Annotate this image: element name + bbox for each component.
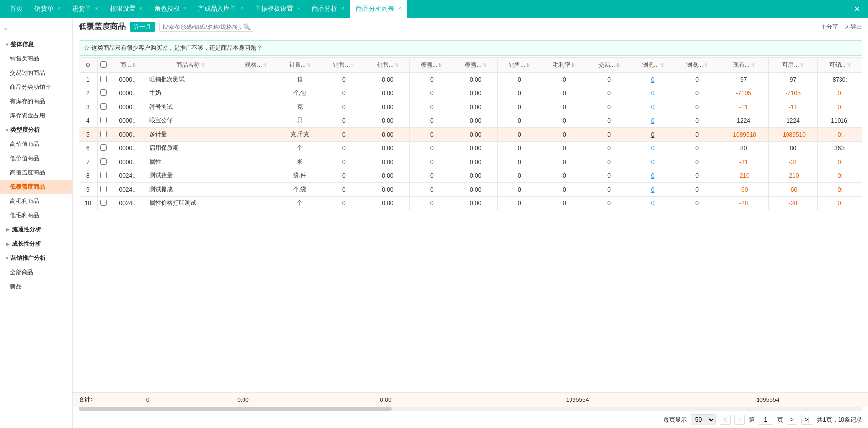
search-input[interactable] (163, 24, 241, 30)
row-view1[interactable]: 0 (631, 73, 675, 86)
per-page-select[interactable]: 50 100 200 (691, 414, 716, 425)
sidebar-item-inventory-capital[interactable]: 库存资金占用 (0, 109, 72, 123)
data-table-container[interactable]: ⚙ 商...⇅ 商品名称⇅ 规格...⇅ 计量...⇅ 销售...⇅ 销售...… (73, 57, 868, 392)
row-checkbox-cell[interactable] (97, 169, 109, 183)
row-view1[interactable]: 0 (631, 86, 675, 100)
sidebar-group-overall[interactable]: ▾ 整体信息 (0, 37, 72, 52)
close-goods-analysis-list-tab-icon[interactable]: × (398, 0, 401, 18)
col-unit[interactable]: 计量...⇅ (278, 58, 322, 73)
sidebar-item-category-rate[interactable]: 商品分类动销率 (0, 80, 72, 94)
export-button[interactable]: ↗ 导出 (844, 23, 862, 31)
close-template-tab-icon[interactable]: × (297, 0, 300, 18)
row-checkbox[interactable] (100, 89, 107, 96)
row-checkbox[interactable] (100, 144, 107, 151)
row-checkbox[interactable] (100, 158, 107, 165)
sidebar-collapse-btn[interactable]: « (4, 25, 7, 32)
period-button[interactable]: 近一月 (130, 22, 155, 32)
last-page-button[interactable]: >| (801, 415, 813, 425)
nav-tab-goods-analysis[interactable]: 商品分析 × (306, 0, 350, 18)
sidebar-item-low-value[interactable]: 低价值商品 (0, 151, 72, 166)
row-checkbox-cell[interactable] (97, 73, 109, 86)
col-saleable[interactable]: 可销...⇅ (818, 58, 862, 73)
sidebar-group-flow[interactable]: ▶ 流通性分析 (0, 223, 72, 237)
col-current-stock[interactable]: 现有...⇅ (719, 58, 768, 73)
row-num: 7 (79, 155, 98, 169)
sidebar-item-sales-goods[interactable]: 销售类商品 (0, 52, 72, 66)
col-trade[interactable]: 交易...⇅ (587, 58, 631, 73)
sidebar-item-high-value[interactable]: 高价值商品 (0, 137, 72, 151)
row-checkbox-cell[interactable] (97, 142, 109, 155)
nav-tab-permission[interactable]: 权限设置 × (104, 0, 148, 18)
close-role-tab-icon[interactable]: × (184, 0, 187, 18)
sidebar-group-type[interactable]: ▾ 类型度分析 (0, 123, 72, 137)
row-checkbox-cell[interactable] (97, 183, 109, 197)
row-checkbox-cell[interactable] (97, 128, 109, 142)
col-gross-margin[interactable]: 毛利率⇅ (542, 58, 587, 73)
first-page-button[interactable]: K (720, 415, 731, 425)
row-checkbox-cell[interactable] (97, 197, 109, 210)
row-checkbox[interactable] (100, 103, 107, 110)
row-checkbox-cell[interactable] (97, 155, 109, 169)
row-view1[interactable]: 0 (631, 197, 675, 210)
close-permission-tab-icon[interactable]: × (139, 0, 142, 18)
sidebar-item-traded-goods[interactable]: 交易过的商品 (0, 66, 72, 80)
nav-tab-role[interactable]: 角色授权 × (148, 0, 192, 18)
nav-tab-template[interactable]: 单据模板设置 × (249, 0, 306, 18)
sidebar-group-growth[interactable]: ▶ 成长性分析 (0, 237, 72, 251)
sidebar-item-low-coverage[interactable]: 低覆盖度商品 (0, 180, 72, 194)
row-view1[interactable]: 0 (631, 142, 675, 155)
page-number-input[interactable] (759, 415, 773, 425)
settings-icon[interactable]: ⚙ (85, 62, 91, 69)
col-sales3[interactable]: 销售...⇅ (498, 58, 542, 73)
row-view1[interactable]: 0 (631, 169, 675, 183)
row-checkbox[interactable] (100, 117, 107, 123)
nav-tab-production[interactable]: 产成品入库单 × (192, 0, 249, 18)
row-view1[interactable]: 0 (631, 155, 675, 169)
select-all-checkbox[interactable] (100, 61, 107, 68)
col-coverage1[interactable]: 覆盖...⇅ (410, 58, 454, 73)
nav-tab-home[interactable]: 首页 (4, 0, 28, 18)
col-sales-amt[interactable]: 销售...⇅ (366, 58, 409, 73)
row-checkbox[interactable] (100, 131, 107, 137)
row-checkbox-cell[interactable] (97, 86, 109, 100)
sidebar-item-high-margin[interactable]: 高毛利商品 (0, 194, 72, 208)
close-production-tab-icon[interactable]: × (240, 0, 243, 18)
row-checkbox-cell[interactable] (97, 114, 109, 128)
close-all-tabs-button[interactable]: ✕ (850, 4, 864, 14)
col-settings[interactable]: ⚙ (79, 58, 98, 73)
sidebar-group-marketing[interactable]: ▾ 营销推广分析 (0, 251, 72, 265)
col-spec[interactable]: 规格...⇅ (234, 58, 278, 73)
row-checkbox[interactable] (100, 200, 107, 206)
row-checkbox-cell[interactable] (97, 100, 109, 114)
close-purchase-tab-icon[interactable]: × (95, 0, 98, 18)
col-name[interactable]: 商品名称⇅ (147, 58, 234, 73)
sidebar-item-stocked-goods[interactable]: 有库存的商品 (0, 94, 72, 109)
nav-tab-purchase[interactable]: 进货单 × (66, 0, 104, 18)
prev-page-button[interactable]: < (734, 415, 745, 425)
horizontal-scrollbar[interactable] (79, 407, 862, 411)
share-button[interactable]: ⤴ 分享 (822, 23, 838, 31)
next-page-button[interactable]: > (787, 415, 797, 425)
sidebar-item-high-coverage[interactable]: 高覆盖度商品 (0, 166, 72, 180)
sidebar-item-new-goods[interactable]: 新品 (0, 280, 72, 294)
close-sales-tab-icon[interactable]: × (57, 0, 60, 18)
col-sales-qty[interactable]: 销售...⇅ (322, 58, 366, 73)
col-code[interactable]: 商...⇅ (109, 58, 147, 73)
row-checkbox[interactable] (100, 172, 107, 178)
col-available-stock[interactable]: 可用...⇅ (768, 58, 818, 73)
nav-tab-goods-analysis-list[interactable]: 商品分析列表 × (350, 0, 407, 18)
search-icon[interactable]: 🔍 (243, 23, 251, 30)
col-coverage2[interactable]: 覆盖...⇅ (454, 58, 497, 73)
col-view1[interactable]: 浏览...⇅ (631, 58, 675, 73)
nav-tab-sales[interactable]: 销货单 × (28, 0, 66, 18)
col-view2[interactable]: 浏览...⇅ (675, 58, 719, 73)
sidebar-item-all-goods[interactable]: 全部商品 (0, 265, 72, 280)
row-view1[interactable]: 0 (631, 100, 675, 114)
row-view1[interactable]: 0 (631, 114, 675, 128)
row-checkbox[interactable] (100, 186, 107, 192)
row-view1[interactable]: 0 (631, 183, 675, 197)
sidebar-item-low-margin[interactable]: 低毛利商品 (0, 208, 72, 223)
close-goods-analysis-tab-icon[interactable]: × (341, 0, 344, 18)
row-view1[interactable]: 0 (631, 128, 675, 142)
row-checkbox[interactable] (100, 76, 107, 82)
